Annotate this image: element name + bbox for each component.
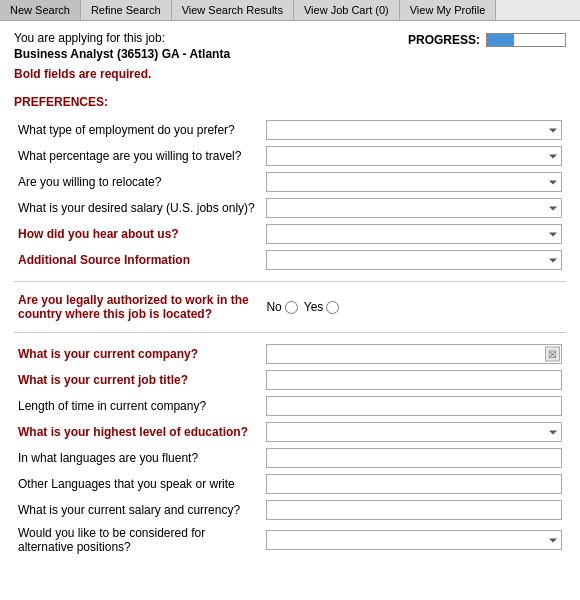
- hear-about-label: How did you hear about us?: [14, 221, 262, 247]
- relocate-label: Are you willing to relocate?: [14, 169, 262, 195]
- desired-salary-cell: [262, 195, 566, 221]
- travel-percent-label: What percentage are you willing to trave…: [14, 143, 262, 169]
- languages-fluent-input[interactable]: [266, 448, 562, 468]
- time-in-company-label: Length of time in current company?: [14, 393, 262, 419]
- yes-label-text: Yes: [304, 300, 324, 314]
- current-job-title-cell: [262, 367, 566, 393]
- yes-radio-label[interactable]: Yes: [304, 300, 340, 314]
- table-row: Additional Source Information: [14, 247, 566, 273]
- tab-view-search-results[interactable]: View Search Results: [172, 0, 294, 20]
- calendar-icon[interactable]: ☒: [545, 347, 560, 362]
- other-languages-input[interactable]: [266, 474, 562, 494]
- job-location: GA - Atlanta: [162, 47, 230, 61]
- job-title: Business Analyst (36513) GA - Atlanta: [14, 47, 566, 61]
- yes-radio[interactable]: [326, 301, 339, 314]
- table-row: In what languages are you fluent?: [14, 445, 566, 471]
- travel-percent-cell: [262, 143, 566, 169]
- source-info-label: Additional Source Information: [14, 247, 262, 273]
- divider-1: [14, 281, 566, 282]
- table-row: What is your current salary and currency…: [14, 497, 566, 523]
- table-row: Are you willing to relocate?: [14, 169, 566, 195]
- tab-view-my-profile[interactable]: View My Profile: [400, 0, 497, 20]
- time-in-company-cell: [262, 393, 566, 419]
- current-job-title-input[interactable]: [266, 370, 562, 390]
- progress-bar-outer: [486, 33, 566, 47]
- other-languages-cell: [262, 471, 566, 497]
- alternative-positions-label: Would you like to be considered for alte…: [14, 523, 262, 557]
- current-salary-input[interactable]: [266, 500, 562, 520]
- tab-new-search[interactable]: New Search: [0, 0, 81, 20]
- table-row: Would you like to be considered for alte…: [14, 523, 566, 557]
- relocate-cell: [262, 169, 566, 195]
- employment-type-cell: [262, 117, 566, 143]
- relocate-select[interactable]: [266, 172, 562, 192]
- current-company-input[interactable]: [266, 344, 562, 364]
- progress-label: PROGRESS:: [408, 33, 480, 47]
- source-info-cell: [262, 247, 566, 273]
- no-label-text: No: [266, 300, 281, 314]
- table-row: Are you legally authorized to work in th…: [14, 290, 566, 324]
- employment-type-label: What type of employment do you prefer?: [14, 117, 262, 143]
- preferences-header: PREFERENCES:: [14, 95, 566, 109]
- current-job-title-label: What is your current job title?: [14, 367, 262, 393]
- time-in-company-input[interactable]: [266, 396, 562, 416]
- tab-view-job-cart[interactable]: View Job Cart (0): [294, 0, 400, 20]
- current-company-input-wrapper: ☒: [266, 344, 562, 364]
- work-auth-radio-cell: No Yes: [262, 290, 566, 324]
- alternative-positions-cell: [262, 523, 566, 557]
- main-content: PROGRESS: You are applying for this job:…: [0, 21, 580, 567]
- work-auth-label: Are you legally authorized to work in th…: [14, 290, 262, 324]
- travel-percent-select[interactable]: [266, 146, 562, 166]
- table-row: What percentage are you willing to trave…: [14, 143, 566, 169]
- desired-salary-label: What is your desired salary (U.S. jobs o…: [14, 195, 262, 221]
- table-row: What is your desired salary (U.S. jobs o…: [14, 195, 566, 221]
- current-salary-label: What is your current salary and currency…: [14, 497, 262, 523]
- table-row: What is your current company? ☒: [14, 341, 566, 367]
- table-row: What is your highest level of education?: [14, 419, 566, 445]
- source-info-select[interactable]: [266, 250, 562, 270]
- work-auth-table: Are you legally authorized to work in th…: [14, 290, 566, 324]
- hear-about-cell: [262, 221, 566, 247]
- current-company-label: What is your current company?: [14, 341, 262, 367]
- desired-salary-select[interactable]: [266, 198, 562, 218]
- other-languages-label: Other Languages that you speak or write: [14, 471, 262, 497]
- required-note: Bold fields are required.: [14, 67, 566, 81]
- progress-bar-inner: [487, 34, 514, 46]
- progress-area: PROGRESS:: [408, 33, 566, 47]
- no-radio-label[interactable]: No: [266, 300, 297, 314]
- table-row: Length of time in current company?: [14, 393, 566, 419]
- table-row: How did you hear about us?: [14, 221, 566, 247]
- divider-2: [14, 332, 566, 333]
- background-table: What is your current company? ☒ What is …: [14, 341, 566, 557]
- current-company-cell: ☒: [262, 341, 566, 367]
- current-salary-cell: [262, 497, 566, 523]
- preferences-table: What type of employment do you prefer? W…: [14, 117, 566, 273]
- languages-fluent-cell: [262, 445, 566, 471]
- languages-fluent-label: In what languages are you fluent?: [14, 445, 262, 471]
- education-cell: [262, 419, 566, 445]
- job-title-text: Business Analyst (36513): [14, 47, 158, 61]
- hear-about-select[interactable]: [266, 224, 562, 244]
- tab-refine-search[interactable]: Refine Search: [81, 0, 172, 20]
- nav-bar: New Search Refine Search View Search Res…: [0, 0, 580, 21]
- table-row: What is your current job title?: [14, 367, 566, 393]
- education-label: What is your highest level of education?: [14, 419, 262, 445]
- table-row: Other Languages that you speak or write: [14, 471, 566, 497]
- table-row: What type of employment do you prefer?: [14, 117, 566, 143]
- work-auth-radio-group: No Yes: [266, 300, 562, 314]
- education-select[interactable]: [266, 422, 562, 442]
- alternative-positions-select[interactable]: [266, 530, 562, 550]
- no-radio[interactable]: [285, 301, 298, 314]
- employment-type-select[interactable]: [266, 120, 562, 140]
- header-row: PROGRESS: You are applying for this job:…: [14, 31, 566, 91]
